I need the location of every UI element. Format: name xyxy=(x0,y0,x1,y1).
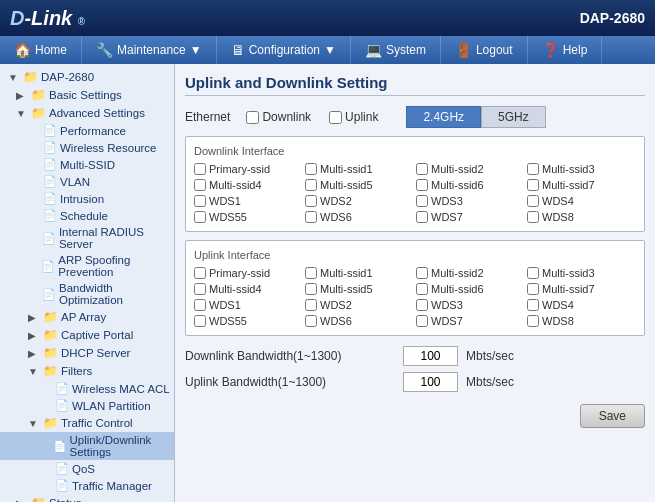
cb-multi3-ul[interactable] xyxy=(527,267,539,279)
sidebar-item-multi-ssid[interactable]: 📄 Multi-SSID xyxy=(0,156,174,173)
list-item[interactable]: WDS1 xyxy=(194,299,303,311)
cb-multi1-ul[interactable] xyxy=(305,267,317,279)
cb-multi6-ul[interactable] xyxy=(416,283,428,295)
list-item[interactable]: Multi-ssid2 xyxy=(416,163,525,175)
downlink-checkbox-label[interactable]: Downlink xyxy=(246,110,311,124)
cb-multi7-ul[interactable] xyxy=(527,283,539,295)
nav-home[interactable]: 🏠 Home xyxy=(0,36,82,64)
cb-multi6-dl[interactable] xyxy=(416,179,428,191)
list-item[interactable]: WDS2 xyxy=(305,299,414,311)
sidebar-item-wireless-resource[interactable]: 📄 Wireless Resource xyxy=(0,139,174,156)
uplink-bw-input[interactable] xyxy=(403,372,458,392)
list-item[interactable]: Primary-ssid xyxy=(194,267,303,279)
sidebar-item-vlan[interactable]: 📄 VLAN xyxy=(0,173,174,190)
nav-maintenance[interactable]: 🔧 Maintenance ▼ xyxy=(82,36,217,64)
nav-help[interactable]: ❓ Help xyxy=(528,36,603,64)
sidebar-item-wireless-mac-acl[interactable]: 📄 Wireless MAC ACL xyxy=(0,380,174,397)
cb-wds1-ul[interactable] xyxy=(194,299,206,311)
sidebar-item-performance[interactable]: 📄 Performance xyxy=(0,122,174,139)
cb-wds3-ul[interactable] xyxy=(416,299,428,311)
list-item[interactable]: Multi-ssid5 xyxy=(305,179,414,191)
list-item[interactable]: Multi-ssid3 xyxy=(527,267,636,279)
list-item[interactable]: Multi-ssid7 xyxy=(527,179,636,191)
sidebar-item-advanced-settings[interactable]: ▼ 📁 Advanced Settings xyxy=(0,104,174,122)
downlink-checkbox[interactable] xyxy=(246,111,259,124)
nav-configuration[interactable]: 🖥 Configuration ▼ xyxy=(217,36,351,64)
list-item[interactable]: Multi-ssid6 xyxy=(416,179,525,191)
nav-logout[interactable]: 🚪 Logout xyxy=(441,36,528,64)
uplink-checkbox-label[interactable]: Uplink xyxy=(329,110,378,124)
sidebar-item-traffic-control[interactable]: ▼ 📁 Traffic Control xyxy=(0,414,174,432)
list-item[interactable]: Multi-ssid7 xyxy=(527,283,636,295)
sidebar-item-schedule[interactable]: 📄 Schedule xyxy=(0,207,174,224)
sidebar-root[interactable]: ▼ 📁 DAP-2680 xyxy=(0,68,174,86)
cb-wds55-dl[interactable] xyxy=(194,211,206,223)
list-item[interactable]: WDS55 xyxy=(194,315,303,327)
cb-wds2-dl[interactable] xyxy=(305,195,317,207)
sidebar-item-dhcp-server[interactable]: ▶ 📁 DHCP Server xyxy=(0,344,174,362)
list-item[interactable]: WDS7 xyxy=(416,211,525,223)
cb-primary-ssid-dl[interactable] xyxy=(194,163,206,175)
cb-wds7-dl[interactable] xyxy=(416,211,428,223)
cb-multi7-dl[interactable] xyxy=(527,179,539,191)
list-item[interactable]: WDS6 xyxy=(305,211,414,223)
list-item[interactable]: WDS4 xyxy=(527,299,636,311)
list-item[interactable]: Multi-ssid2 xyxy=(416,267,525,279)
cb-multi1-dl[interactable] xyxy=(305,163,317,175)
list-item[interactable]: Multi-ssid5 xyxy=(305,283,414,295)
list-item[interactable]: WDS7 xyxy=(416,315,525,327)
sidebar-item-arp-spoofing[interactable]: 📄 ARP Spoofing Prevention xyxy=(0,252,174,280)
list-item[interactable]: Multi-ssid3 xyxy=(527,163,636,175)
sidebar-item-filters[interactable]: ▼ 📁 Filters xyxy=(0,362,174,380)
sidebar-item-traffic-manager[interactable]: 📄 Traffic Manager xyxy=(0,477,174,494)
list-item[interactable]: WDS6 xyxy=(305,315,414,327)
list-item[interactable]: Multi-ssid4 xyxy=(194,283,303,295)
sidebar-item-ap-array[interactable]: ▶ 📁 AP Array xyxy=(0,308,174,326)
cb-wds3-dl[interactable] xyxy=(416,195,428,207)
cb-multi5-dl[interactable] xyxy=(305,179,317,191)
cb-multi2-dl[interactable] xyxy=(416,163,428,175)
sidebar-item-bandwidth-opt[interactable]: 📄 Bandwidth Optimization xyxy=(0,280,174,308)
sidebar-item-uplink-downlink[interactable]: 📄 Uplink/Downlink Settings xyxy=(0,432,174,460)
uplink-checkbox[interactable] xyxy=(329,111,342,124)
cb-wds4-ul[interactable] xyxy=(527,299,539,311)
sidebar-item-internal-radius[interactable]: 📄 Internal RADIUS Server xyxy=(0,224,174,252)
cb-wds1-dl[interactable] xyxy=(194,195,206,207)
list-item[interactable]: WDS2 xyxy=(305,195,414,207)
list-item[interactable]: WDS8 xyxy=(527,211,636,223)
cb-wds8-ul[interactable] xyxy=(527,315,539,327)
list-item[interactable]: WDS8 xyxy=(527,315,636,327)
sidebar-item-intrusion[interactable]: 📄 Intrusion xyxy=(0,190,174,207)
nav-system[interactable]: 💻 System xyxy=(351,36,441,64)
cb-wds6-dl[interactable] xyxy=(305,211,317,223)
list-item[interactable]: WDS3 xyxy=(416,299,525,311)
sidebar-item-basic-settings[interactable]: ▶ 📁 Basic Settings xyxy=(0,86,174,104)
sidebar-item-captive-portal[interactable]: ▶ 📁 Captive Portal xyxy=(0,326,174,344)
cb-multi3-dl[interactable] xyxy=(527,163,539,175)
cb-wds6-ul[interactable] xyxy=(305,315,317,327)
list-item[interactable]: Multi-ssid1 xyxy=(305,163,414,175)
cb-multi2-ul[interactable] xyxy=(416,267,428,279)
list-item[interactable]: Multi-ssid4 xyxy=(194,179,303,191)
sidebar-item-qos[interactable]: 📄 QoS xyxy=(0,460,174,477)
sidebar-item-status[interactable]: ▶ 📁 Status xyxy=(0,494,174,502)
list-item[interactable]: WDS4 xyxy=(527,195,636,207)
cb-wds55-ul[interactable] xyxy=(194,315,206,327)
cb-wds7-ul[interactable] xyxy=(416,315,428,327)
list-item[interactable]: Primary-ssid xyxy=(194,163,303,175)
list-item[interactable]: WDS55 xyxy=(194,211,303,223)
cb-multi4-ul[interactable] xyxy=(194,283,206,295)
cb-wds8-dl[interactable] xyxy=(527,211,539,223)
list-item[interactable]: WDS1 xyxy=(194,195,303,207)
cb-primary-ssid-ul[interactable] xyxy=(194,267,206,279)
tab-5ghz[interactable]: 5GHz xyxy=(481,106,546,128)
cb-wds4-dl[interactable] xyxy=(527,195,539,207)
downlink-bw-input[interactable] xyxy=(403,346,458,366)
list-item[interactable]: Multi-ssid1 xyxy=(305,267,414,279)
cb-multi4-dl[interactable] xyxy=(194,179,206,191)
cb-multi5-ul[interactable] xyxy=(305,283,317,295)
list-item[interactable]: Multi-ssid6 xyxy=(416,283,525,295)
cb-wds2-ul[interactable] xyxy=(305,299,317,311)
tab-2ghz[interactable]: 2.4GHz xyxy=(406,106,481,128)
sidebar-item-wlan-partition[interactable]: 📄 WLAN Partition xyxy=(0,397,174,414)
